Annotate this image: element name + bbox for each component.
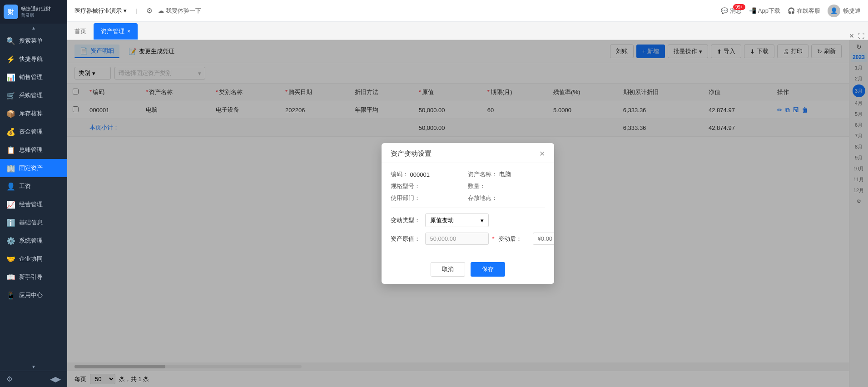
operations-icon: 📈	[6, 200, 15, 209]
sidebar-cooperation-label: 企业协同	[19, 255, 43, 263]
sidebar-inventory-label: 库存核算	[19, 109, 43, 118]
after-change-label: 变动后：	[498, 235, 530, 243]
sidebar-item-payroll[interactable]: 👤 工资	[0, 177, 67, 195]
cancel-button[interactable]: 取消	[431, 262, 465, 277]
app-download-icon: 📲	[749, 7, 756, 14]
asset-original-input	[425, 233, 489, 245]
app-download-btn[interactable]: 📲 App下载	[749, 7, 780, 15]
sidebar-bottom: ⚙ ◀▶	[0, 371, 67, 387]
company-selector[interactable]: 医疗器械行业演示 ▾	[74, 7, 127, 15]
customer-service-label: 在线客服	[797, 7, 820, 15]
change-type-select[interactable]: 原值变动 ▾	[425, 213, 489, 227]
feedback-area[interactable]: ☁ 我要体验一下	[158, 7, 201, 15]
main-panel: 📄 资产明细 📝 变更生成凭证 刘账 + 新增 批量操作 ▾ ⬆	[67, 40, 849, 387]
content-area: 📄 资产明细 📝 变更生成凭证 刘账 + 新增 批量操作 ▾ ⬆	[67, 40, 868, 387]
sidebar-logo: 财 畅捷通好业财 普及版	[0, 0, 67, 24]
sidebar-sales-label: 销售管理	[19, 73, 43, 81]
change-type-dropdown-icon: ▾	[481, 217, 484, 224]
dialog-quantity-label: 数量：	[468, 182, 486, 190]
messages-icon: 💬	[721, 7, 728, 14]
sidebar-operations-label: 经营管理	[19, 200, 43, 208]
collapse-sidebar-icon[interactable]: ◀▶	[50, 375, 61, 383]
asset-change-dialog: 资产变动设置 ✕ 编码： 000001 资产名称： 电脑	[382, 143, 554, 284]
modal-overlay: 资产变动设置 ✕ 编码： 000001 资产名称： 电脑	[67, 40, 849, 387]
messages-badge: 99+	[733, 4, 745, 10]
sidebar-ledger-label: 总账管理	[19, 146, 43, 154]
sidebar-scroll-up[interactable]: ▲	[0, 24, 67, 32]
user-avatar: 👤	[828, 5, 840, 17]
main-content: 医疗器械行业演示 ▾ | ⚙ ☁ 我要体验一下 💬 消息 99+ 📲 App下载…	[67, 0, 868, 387]
tab-close-icon[interactable]: ×	[127, 28, 130, 35]
dialog-code-value: 000001	[410, 171, 430, 178]
dialog-footer: 取消 保存	[382, 258, 554, 284]
sidebar-item-system[interactable]: ⚙️ 系统管理	[0, 232, 67, 250]
sidebar-item-guide[interactable]: 📖 新手引导	[0, 268, 67, 286]
logo-icon: 财	[4, 5, 18, 19]
sidebar-scroll-down[interactable]: ▼	[0, 362, 67, 371]
dialog-info-grid: 编码： 000001 资产名称： 电脑 规格型号：	[391, 170, 545, 202]
sidebar-search-label: 搜索菜单	[19, 37, 43, 45]
sidebar-guide-label: 新手引导	[19, 273, 43, 281]
avatar-icon: 👤	[830, 7, 838, 14]
inventory-icon: 📦	[6, 109, 15, 118]
feedback-label: 我要体验一下	[166, 7, 201, 15]
sidebar-item-app-center[interactable]: 📱 应用中心	[0, 286, 67, 304]
sidebar-item-purchase[interactable]: 🛒 采购管理	[0, 86, 67, 104]
fixed-assets-icon: 🏢	[6, 164, 15, 173]
basic-info-icon: ℹ️	[6, 218, 15, 227]
sidebar-item-cooperation[interactable]: 🤝 企业协同	[0, 250, 67, 268]
after-change-input[interactable]	[533, 233, 554, 245]
sidebar-item-sales[interactable]: 📊 销售管理	[0, 68, 67, 86]
guide-icon: 📖	[6, 273, 15, 282]
sidebar-item-search[interactable]: 🔍 搜索菜单	[0, 32, 67, 50]
close-window-icon[interactable]: ✕	[849, 32, 854, 40]
app-download-label: App下载	[758, 7, 780, 15]
logo-title: 畅捷通好业财	[21, 5, 51, 12]
company-dropdown-icon: ▾	[124, 7, 127, 14]
dialog-header: 资产变动设置 ✕	[382, 143, 554, 163]
dialog-body: 编码： 000001 资产名称： 电脑 规格型号：	[382, 163, 554, 258]
customer-service-btn[interactable]: 🎧 在线客服	[788, 7, 820, 15]
header-settings-icon[interactable]: ⚙	[146, 6, 153, 15]
maximize-window-icon[interactable]: ⛶	[858, 32, 864, 40]
dialog-asset-name-value: 电脑	[499, 170, 511, 179]
username-label: 畅捷通	[843, 7, 861, 15]
sales-icon: 📊	[6, 73, 15, 82]
ledger-icon: 📋	[6, 145, 15, 154]
required-star: *	[492, 235, 495, 242]
dialog-location-field: 存放地点：	[468, 194, 545, 202]
user-profile[interactable]: 👤 畅捷通	[828, 5, 861, 17]
asset-values-field: 资产原值： * 变动后：	[391, 233, 545, 245]
tab-home-label: 首页	[74, 27, 86, 35]
tab-asset-management[interactable]: 资产管理 ×	[94, 23, 138, 40]
sidebar-item-ledger[interactable]: 📋 总账管理	[0, 141, 67, 159]
sidebar: 财 畅捷通好业财 普及版 ▲ 🔍 搜索菜单 ⚡ 快捷导航 📊 销售管理 🛒 采购…	[0, 0, 67, 387]
payroll-icon: 👤	[6, 182, 15, 191]
purchase-icon: 🛒	[6, 91, 15, 100]
tab-maximize-area: ✕ ⛶	[845, 32, 868, 40]
dialog-location-label: 存放地点：	[468, 194, 497, 202]
messages-btn[interactable]: 💬 消息 99+	[721, 7, 742, 15]
dialog-close-btn[interactable]: ✕	[539, 149, 545, 158]
sidebar-item-funds[interactable]: 💰 资金管理	[0, 123, 67, 141]
customer-service-icon: 🎧	[788, 7, 795, 14]
change-type-value: 原值变动	[430, 216, 454, 224]
dialog-asset-name-label: 资产名称：	[468, 170, 497, 179]
sidebar-purchase-label: 采购管理	[19, 91, 43, 99]
sidebar-item-operations[interactable]: 📈 经营管理	[0, 195, 67, 213]
sidebar-item-inventory[interactable]: 📦 库存核算	[0, 104, 67, 123]
dialog-title: 资产变动设置	[391, 149, 432, 158]
company-name: 医疗器械行业演示	[74, 7, 122, 15]
tab-bar: 首页 资产管理 × ✕ ⛶	[67, 22, 868, 40]
funds-icon: 💰	[6, 127, 15, 136]
save-button[interactable]: 保存	[471, 262, 505, 277]
sidebar-item-quicknav[interactable]: ⚡ 快捷导航	[0, 50, 67, 68]
tab-asset-management-label: 资产管理	[101, 27, 124, 35]
cooperation-icon: 🤝	[6, 254, 15, 263]
settings-gear-icon[interactable]: ⚙	[6, 375, 13, 383]
sidebar-basic-info-label: 基础信息	[19, 218, 43, 227]
dialog-dept-label: 使用部门：	[391, 194, 420, 202]
sidebar-item-basic-info[interactable]: ℹ️ 基础信息	[0, 213, 67, 232]
sidebar-item-fixed-assets[interactable]: 🏢 固定资产	[0, 159, 67, 177]
tab-home[interactable]: 首页	[67, 23, 94, 40]
